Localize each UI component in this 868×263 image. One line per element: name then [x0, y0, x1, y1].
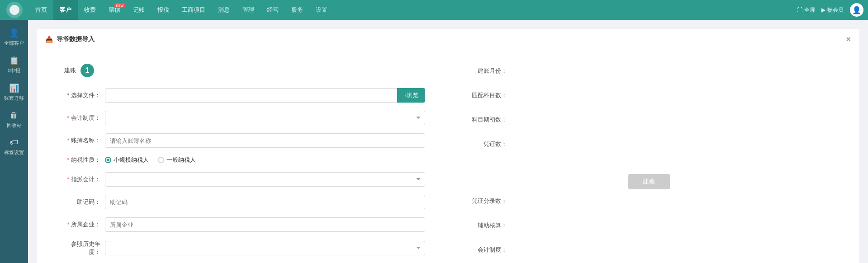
assign-accountant-label: 指派会计：: [64, 175, 105, 183]
dialog-title: 导爷数据导入: [57, 35, 95, 43]
file-label: * 选择文件：: [64, 91, 105, 99]
radio-small-scale[interactable]: 小规模纳税人: [105, 156, 149, 164]
dialog: 📥 导爷数据导入 × 建账 1 * 选择文件：: [37, 29, 859, 263]
left-column: 建账 1 * 选择文件： +浏览: [64, 64, 439, 263]
initial-row: 科目期初数：: [466, 113, 832, 127]
company-label: 所属企业：: [64, 221, 105, 229]
migration-icon: 📊: [9, 83, 19, 93]
match-row: 匹配科目数：: [466, 88, 832, 103]
nav-settings[interactable]: 设置: [309, 0, 334, 20]
nav-invoice[interactable]: 票据 new: [102, 0, 127, 20]
accounting-system-select[interactable]: [105, 111, 425, 125]
nav-right: ⛶ 全屏 ▶ 畅会员 👤: [797, 3, 863, 17]
accounting-right-row: 会计制度：: [466, 243, 832, 257]
memo-code-label: 助记码：: [64, 198, 105, 206]
radio-small-scale-dot: [105, 157, 111, 163]
voucher-count-row: 凭证分录数：: [466, 194, 832, 208]
tags-icon: 🏷: [10, 138, 18, 147]
vip-icon: ▶: [821, 7, 825, 13]
company-input[interactable]: [105, 217, 425, 232]
tax-type-label: 纳税性质：: [64, 156, 105, 164]
assign-accountant-row: 指派会计：: [64, 172, 425, 187]
nav-bookkeeping[interactable]: 记账: [127, 0, 151, 20]
radio-general[interactable]: 一般纳税人: [158, 156, 196, 164]
voucher-count-label: 凭证分录数：: [466, 197, 512, 205]
sidebar-item-tags[interactable]: 🏷 标签设置: [0, 134, 28, 160]
sidebar-item-all-customers[interactable]: 👤 全部客户: [0, 24, 28, 50]
all-customers-icon: 👤: [9, 28, 19, 38]
top-nav: 首页 客户 收费 票据 new 记账 报税 工商项目 消息 管理 经营 服务 设…: [0, 0, 868, 20]
accounting-system-row: 会计制度：: [64, 111, 425, 125]
accounting-right-label: 会计制度：: [466, 246, 512, 254]
memo-code-input[interactable]: [105, 195, 425, 209]
nav-tax[interactable]: 报税: [151, 0, 175, 20]
avatar-icon: 👤: [852, 6, 861, 14]
ledger-name-input[interactable]: [105, 133, 425, 148]
sidebar: 👤 全部客户 📋 0申报 📊 账套迁移 🗑 回收站 🏷 标签设置: [0, 20, 28, 263]
sidebar-item-declaration[interactable]: 📋 0申报: [0, 52, 28, 78]
auxiliary-row: 辅助核算：: [466, 218, 832, 233]
assign-accountant-select[interactable]: [105, 172, 425, 187]
import-icon: 📥: [45, 36, 53, 43]
dialog-body: 建账 1 * 选择文件： +浏览: [37, 50, 859, 263]
radio-general-dot: [158, 157, 164, 163]
sidebar-item-recycle[interactable]: 🗑 回收站: [0, 107, 28, 132]
company-row: 所属企业：: [64, 217, 425, 232]
nav-customer[interactable]: 客户: [53, 0, 78, 20]
history-year-select[interactable]: [105, 241, 425, 255]
build-account-button[interactable]: 建账: [628, 174, 670, 189]
month-label: 建账月份：: [466, 67, 512, 75]
browse-button[interactable]: +浏览: [397, 88, 425, 103]
nav-message[interactable]: 消息: [212, 0, 236, 20]
nav-home[interactable]: 首页: [29, 0, 53, 20]
nav-operation[interactable]: 经营: [261, 0, 285, 20]
dialog-header: 📥 导爷数据导入 ×: [37, 29, 859, 50]
vip-btn[interactable]: ▶ 畅会员: [821, 6, 844, 14]
build-btn-row: 建账: [466, 169, 832, 189]
history-year-label: 参照历史年度：: [64, 240, 105, 256]
tax-type-row: 纳税性质： 小规模纳税人 一般纳税人: [64, 156, 425, 164]
nav-manage[interactable]: 管理: [236, 0, 261, 20]
memo-code-row: 助记码：: [64, 195, 425, 209]
fullscreen-btn[interactable]: ⛶ 全屏: [797, 6, 815, 14]
logo: [5, 0, 24, 20]
match-label: 匹配科目数：: [466, 91, 512, 99]
nav-fee[interactable]: 收费: [78, 0, 102, 20]
avatar[interactable]: 👤: [850, 3, 863, 17]
history-year-row: 参照历史年度：: [64, 240, 425, 256]
new-badge: new: [114, 3, 125, 8]
ledger-name-row: 账簿名称：: [64, 133, 425, 148]
auxiliary-label: 辅助核算：: [466, 221, 512, 230]
nav-service[interactable]: 服务: [285, 0, 309, 20]
step-header: 建账 1: [64, 64, 425, 77]
main-content: 📥 导爷数据导入 × 建账 1 * 选择文件：: [28, 20, 868, 263]
nav-business[interactable]: 工商项目: [175, 0, 212, 20]
declaration-icon: 📋: [9, 56, 19, 66]
step-label: 建账: [64, 66, 76, 75]
voucher-row: 凭证数：: [466, 137, 832, 151]
ledger-name-label: 账簿名称：: [64, 136, 105, 145]
accounting-system-label: 会计制度：: [64, 114, 105, 122]
layout: 👤 全部客户 📋 0申报 📊 账套迁移 🗑 回收站 🏷 标签设置 📥 导爷数据导…: [0, 20, 868, 263]
sidebar-item-migration[interactable]: 📊 账套迁移: [0, 80, 28, 105]
file-row: * 选择文件： +浏览: [64, 88, 425, 103]
right-column: 建账月份： 匹配科目数： 科目期初数： 凭证数：: [457, 64, 832, 263]
file-input[interactable]: [105, 88, 397, 103]
month-row: 建账月份：: [466, 64, 832, 78]
dialog-close-button[interactable]: ×: [846, 35, 851, 43]
fullscreen-icon: ⛶: [797, 7, 802, 13]
initial-label: 科目期初数：: [466, 116, 512, 124]
recycle-icon: 🗑: [10, 111, 18, 120]
tax-type-radio-group: 小规模纳税人 一般纳税人: [105, 156, 425, 164]
step-circle: 1: [81, 64, 94, 77]
voucher-label: 凭证数：: [466, 140, 512, 148]
